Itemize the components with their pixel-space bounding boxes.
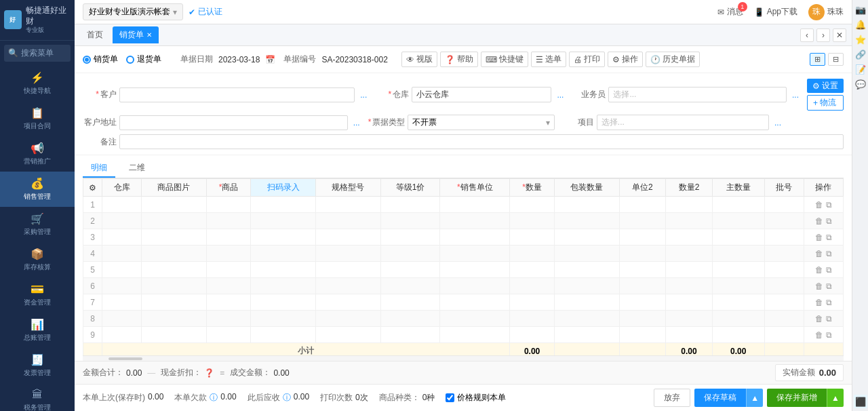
- row-sales-unit-cell[interactable]: [440, 278, 510, 294]
- discount-help-icon[interactable]: ❓: [204, 368, 214, 378]
- row-quantity-cell[interactable]: [510, 213, 554, 229]
- row-delete-icon[interactable]: 🗑: [815, 216, 823, 226]
- row-spec-cell[interactable]: [316, 278, 381, 294]
- project-input[interactable]: 选择...: [597, 115, 769, 130]
- layout-grid-btn[interactable]: ⊞: [810, 53, 825, 66]
- sidebar-item-quick-nav[interactable]: ⚡ 快捷导航: [0, 66, 75, 101]
- row-main-qty-cell[interactable]: [712, 246, 764, 262]
- sidebar-item-purchase[interactable]: 🛒 采购管理: [0, 207, 75, 242]
- row-delete-icon[interactable]: 🗑: [815, 298, 823, 307]
- row-spec-cell[interactable]: [316, 262, 381, 278]
- app-download-action[interactable]: 📱 App下载: [754, 6, 797, 18]
- row-batch-cell[interactable]: [764, 213, 804, 229]
- row-delete-icon[interactable]: 🗑: [815, 249, 823, 258]
- customer-input[interactable]: [119, 87, 355, 102]
- receivable-help-icon[interactable]: ⓘ: [283, 392, 291, 404]
- row-product-cell[interactable]: [206, 262, 250, 278]
- toolbar-ops-btn[interactable]: ⚙ 操作: [608, 52, 643, 67]
- abandon-btn[interactable]: 放弃: [654, 389, 690, 407]
- tab-home[interactable]: 首页: [80, 26, 110, 43]
- sidebar-item-invoice[interactable]: 🧾 发票管理: [0, 348, 75, 383]
- row-sales-unit-cell[interactable]: [440, 262, 510, 278]
- row-delete-icon[interactable]: 🗑: [815, 233, 823, 242]
- row-scan-cell[interactable]: [251, 294, 316, 311]
- sidebar-item-inventory[interactable]: 📦 库存核算: [0, 242, 75, 277]
- row-price1-cell[interactable]: [380, 197, 439, 213]
- row-delete-icon[interactable]: 🗑: [815, 330, 823, 340]
- row-spec-cell[interactable]: [316, 229, 381, 246]
- row-unit2-cell[interactable]: [619, 327, 666, 343]
- row-scan-cell[interactable]: [251, 262, 316, 278]
- save-new-btn[interactable]: 保存并新增: [767, 389, 827, 407]
- row-quantity-cell[interactable]: [510, 246, 554, 262]
- row-pack-qty-cell[interactable]: [554, 246, 619, 262]
- row-scan-cell[interactable]: [251, 229, 316, 246]
- row-qty2-cell[interactable]: [666, 294, 713, 311]
- row-unit2-cell[interactable]: [619, 294, 666, 311]
- row-unit2-cell[interactable]: [619, 262, 666, 278]
- row-main-qty-cell[interactable]: [712, 229, 764, 246]
- tab-close-icon[interactable]: ✕: [146, 31, 152, 39]
- row-sales-unit-cell[interactable]: [440, 294, 510, 311]
- row-warehouse-cell[interactable]: [102, 197, 142, 213]
- row-delete-icon[interactable]: 🗑: [815, 281, 823, 291]
- row-warehouse-cell[interactable]: [102, 213, 142, 229]
- rs-icon-link[interactable]: 🔗: [854, 47, 867, 61]
- col-header-gear[interactable]: ⚙: [83, 179, 102, 197]
- row-copy-icon[interactable]: ⧉: [826, 298, 832, 307]
- row-unit2-cell[interactable]: [619, 246, 666, 262]
- layout-list-btn[interactable]: ⊟: [828, 53, 844, 66]
- row-batch-cell[interactable]: [764, 294, 804, 311]
- row-price1-cell[interactable]: [380, 213, 439, 229]
- row-batch-cell[interactable]: [764, 197, 804, 213]
- row-copy-icon[interactable]: ⧉: [826, 330, 832, 340]
- row-main-qty-cell[interactable]: [712, 197, 764, 213]
- row-pack-qty-cell[interactable]: [554, 278, 619, 294]
- row-scan-cell[interactable]: [251, 311, 316, 327]
- toolbar-view-btn[interactable]: 👁 视版: [401, 52, 437, 67]
- row-quantity-cell[interactable]: [510, 311, 554, 327]
- row-scan-cell[interactable]: [251, 246, 316, 262]
- row-qty2-cell[interactable]: [666, 229, 713, 246]
- row-price1-cell[interactable]: [380, 294, 439, 311]
- row-qty2-cell[interactable]: [666, 197, 713, 213]
- row-scan-cell[interactable]: [251, 213, 316, 229]
- row-spec-cell[interactable]: [316, 294, 381, 311]
- row-sales-unit-cell[interactable]: [440, 327, 510, 343]
- row-warehouse-cell[interactable]: [102, 262, 142, 278]
- row-delete-icon[interactable]: 🗑: [815, 314, 823, 324]
- row-qty2-cell[interactable]: [666, 278, 713, 294]
- table-tab-2d[interactable]: 二维: [121, 159, 153, 178]
- row-qty2-cell[interactable]: [666, 262, 713, 278]
- row-unit2-cell[interactable]: [619, 311, 666, 327]
- price-rule-check[interactable]: [446, 393, 454, 402]
- row-qty2-cell[interactable]: [666, 246, 713, 262]
- row-main-qty-cell[interactable]: [712, 278, 764, 294]
- project-dots-btn[interactable]: ...: [772, 118, 784, 128]
- sidebar-item-tax[interactable]: 🏛 税务管理: [0, 383, 75, 411]
- salesperson-input[interactable]: 选择...: [608, 87, 787, 102]
- row-quantity-cell[interactable]: [510, 327, 554, 343]
- row-spec-cell[interactable]: [316, 311, 381, 327]
- address-dots-btn[interactable]: ...: [351, 118, 363, 128]
- row-pack-qty-cell[interactable]: [554, 197, 619, 213]
- row-product-cell[interactable]: [206, 213, 250, 229]
- row-batch-cell[interactable]: [764, 262, 804, 278]
- row-batch-cell[interactable]: [764, 246, 804, 262]
- scroll-bar[interactable]: [108, 357, 142, 360]
- invoice-select[interactable]: 不开票 ▾: [408, 115, 554, 130]
- row-price1-cell[interactable]: [380, 311, 439, 327]
- row-quantity-cell[interactable]: [510, 197, 554, 213]
- row-delete-icon[interactable]: 🗑: [815, 200, 823, 210]
- row-copy-icon[interactable]: ⧉: [826, 249, 832, 258]
- row-delete-icon[interactable]: 🗑: [815, 265, 823, 275]
- row-main-qty-cell[interactable]: [712, 262, 764, 278]
- row-sales-unit-cell[interactable]: [440, 311, 510, 327]
- row-pack-qty-cell[interactable]: [554, 213, 619, 229]
- row-quantity-cell[interactable]: [510, 229, 554, 246]
- price-rule-checkbox[interactable]: 价格规则本单: [446, 392, 506, 404]
- tab-prev-btn[interactable]: ‹: [800, 28, 814, 42]
- row-warehouse-cell[interactable]: [102, 229, 142, 246]
- row-product-cell[interactable]: [206, 311, 250, 327]
- sidebar-item-project[interactable]: 📋 项目合同: [0, 101, 75, 136]
